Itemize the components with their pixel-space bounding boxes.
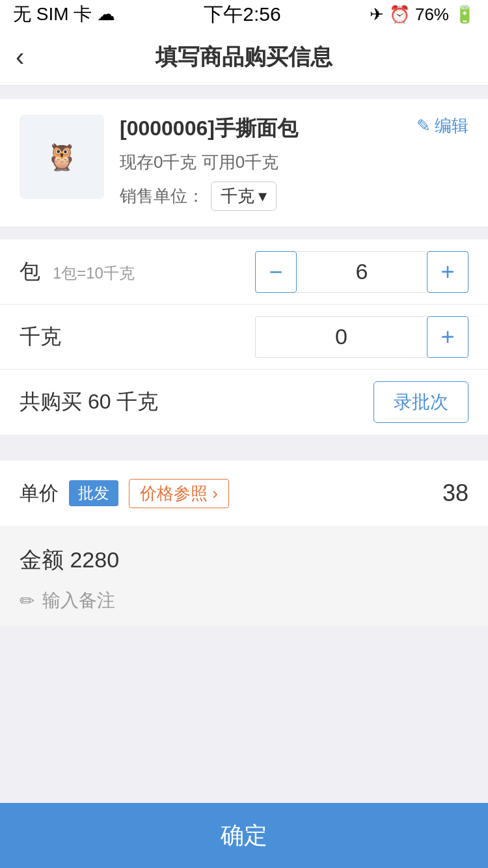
total-row: 共购买 60 千克 录批次: [0, 370, 488, 435]
status-bar: 无 SIM 卡 ☁ 下午2:56 ✈ ⏰ 76% 🔋: [0, 0, 488, 29]
product-image: 🦉: [20, 115, 104, 199]
price-section: 单价 批发 价格参照 › 38: [0, 461, 488, 526]
pack-minus-button[interactable]: −: [255, 251, 297, 293]
batch-button[interactable]: 录批次: [373, 381, 468, 423]
separator-2: [0, 435, 488, 448]
status-left: 无 SIM 卡 ☁: [13, 2, 115, 27]
kg-qty-control: +: [255, 316, 468, 358]
confirm-button[interactable]: 确定: [0, 803, 488, 868]
form-section: 包 1包=10千克 − + 千克 + 共购买 60 千克 录批次: [0, 239, 488, 435]
pack-hint: 1包=10千克: [53, 264, 135, 282]
kg-label: 千克: [20, 323, 255, 351]
edit-button[interactable]: ✎ 编辑: [416, 115, 468, 137]
product-unit-row: 销售单位： 千克 ▾: [120, 182, 468, 211]
pack-qty-input[interactable]: [297, 251, 427, 293]
amount-section: 金额 2280 ✏ 输入备注: [0, 526, 488, 626]
battery-label: 76%: [415, 5, 449, 25]
product-card: 🦉 [0000006]手撕面包 现存0千克 可用0千克 销售单位： 千克 ▾ ✎…: [0, 99, 488, 226]
battery-icon: 🔋: [454, 5, 475, 25]
kg-plus-button[interactable]: +: [427, 316, 468, 358]
nav-bar: ‹ 填写商品购买信息: [0, 29, 488, 86]
no-sim-label: 无 SIM 卡 ☁: [13, 2, 115, 27]
amount-label: 金额: [20, 547, 70, 572]
unit-chevron-icon: ▾: [258, 186, 267, 206]
price-tag: 批发: [69, 480, 118, 506]
note-placeholder: 输入备注: [42, 588, 115, 613]
note-icon: ✏: [20, 590, 34, 612]
unit-value: 千克: [221, 185, 254, 208]
unit-label: 销售单位：: [120, 185, 204, 208]
price-ref-button[interactable]: 价格参照 ›: [129, 479, 229, 508]
edit-label: 编辑: [435, 115, 468, 137]
price-label: 单价: [20, 480, 59, 507]
amount-row: 金额 2280: [20, 545, 468, 575]
kg-qty-input[interactable]: [255, 316, 427, 358]
amount-number: 2280: [70, 547, 119, 572]
pack-label: 包 1包=10千克: [20, 258, 255, 286]
page-title: 填写商品购买信息: [156, 42, 332, 72]
total-label: 共购买 60 千克: [20, 388, 158, 416]
pack-qty-control: − +: [255, 251, 468, 293]
unit-select[interactable]: 千克 ▾: [211, 182, 277, 211]
separator-1: [0, 226, 488, 239]
location-icon: ✈: [370, 5, 384, 25]
alarm-icon: ⏰: [389, 5, 410, 25]
note-row[interactable]: ✏ 输入备注: [20, 588, 468, 613]
price-value: 38: [442, 480, 468, 507]
edit-icon: ✎: [416, 116, 431, 136]
product-logo: 🦉: [46, 142, 78, 172]
back-button[interactable]: ‹: [16, 42, 24, 72]
status-right: ✈ ⏰ 76% 🔋: [370, 5, 475, 25]
status-time: 下午2:56: [204, 1, 280, 28]
pack-row: 包 1包=10千克 − +: [0, 239, 488, 305]
kg-row: 千克 +: [0, 305, 488, 370]
pack-plus-button[interactable]: +: [427, 251, 468, 293]
product-stock: 现存0千克 可用0千克: [120, 151, 468, 174]
